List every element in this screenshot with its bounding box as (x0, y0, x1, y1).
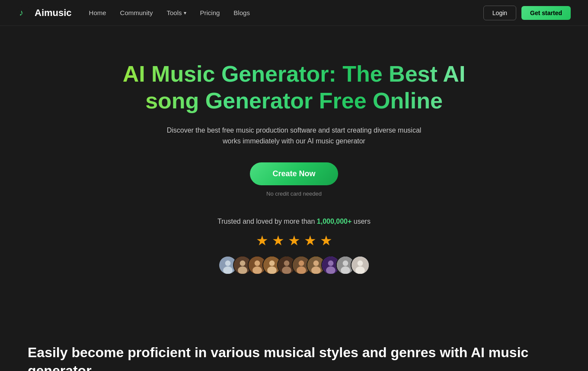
nav-links: Home Community Tools ▾ Pricing Blogs (89, 9, 250, 17)
navbar: ♪ Aimusic Home Community Tools ▾ Pricing… (0, 0, 588, 26)
trust-user-count: 1,000,000+ (317, 218, 352, 225)
svg-point-15 (284, 260, 290, 266)
bottom-title: Easily become proficient in various musi… (28, 344, 560, 371)
login-button[interactable]: Login (483, 6, 516, 20)
svg-point-30 (358, 260, 363, 266)
star-1: ★ (256, 232, 268, 249)
star-4: ★ (304, 232, 316, 249)
navbar-right: Login Get started (483, 6, 571, 20)
logo-text: Aimusic (35, 7, 72, 19)
hero-subtitle: Discover the best free music production … (164, 125, 424, 147)
avatar-10 (351, 256, 370, 275)
chevron-down-icon: ▾ (184, 10, 186, 16)
create-now-button[interactable]: Create Now (250, 162, 338, 185)
nav-item-tools[interactable]: Tools ▾ (166, 9, 186, 16)
nav-tools-label: Tools (166, 9, 182, 16)
nav-blogs-link[interactable]: Blogs (233, 9, 250, 16)
bottom-section: Easily become proficient in various musi… (0, 318, 588, 371)
svg-point-27 (343, 260, 348, 266)
svg-point-21 (313, 260, 319, 266)
svg-point-9 (255, 260, 260, 266)
navbar-left: ♪ Aimusic Home Community Tools ▾ Pricing… (17, 6, 250, 20)
svg-text:♪: ♪ (19, 8, 23, 17)
svg-point-18 (299, 260, 304, 266)
nav-pricing-link[interactable]: Pricing (200, 9, 220, 16)
hero-section: AI Music Generator: The Best AI song Gen… (0, 26, 588, 318)
hero-title: AI Music Generator: The Best AI song Gen… (99, 60, 489, 114)
avatars-container (218, 256, 370, 275)
stars-container: ★ ★ ★ ★ ★ (256, 232, 332, 249)
star-3: ★ (288, 232, 300, 249)
svg-point-3 (225, 260, 231, 266)
logo-icon: ♪ (17, 6, 31, 20)
trust-text: Trusted and loved by more than 1,000,000… (217, 218, 371, 225)
nav-tools-link[interactable]: Tools ▾ (166, 9, 186, 16)
nav-item-blogs[interactable]: Blogs (233, 9, 250, 17)
svg-point-6 (240, 260, 246, 266)
get-started-button[interactable]: Get started (521, 6, 571, 20)
nav-community-link[interactable]: Community (120, 9, 153, 16)
nav-item-pricing[interactable]: Pricing (200, 9, 220, 17)
star-5: ★ (320, 232, 332, 249)
star-2: ★ (272, 232, 284, 249)
nav-item-community[interactable]: Community (120, 9, 153, 17)
nav-home-link[interactable]: Home (89, 9, 106, 16)
svg-point-12 (269, 260, 275, 266)
trust-pre-text: Trusted and loved by more than (217, 218, 315, 225)
svg-point-24 (328, 260, 334, 266)
no-credit-card-text: No credit card needed (266, 190, 322, 197)
nav-item-home[interactable]: Home (89, 9, 106, 17)
trust-post-text: users (354, 218, 371, 225)
logo-link[interactable]: ♪ Aimusic (17, 6, 72, 20)
trust-section: Trusted and loved by more than 1,000,000… (217, 218, 371, 275)
